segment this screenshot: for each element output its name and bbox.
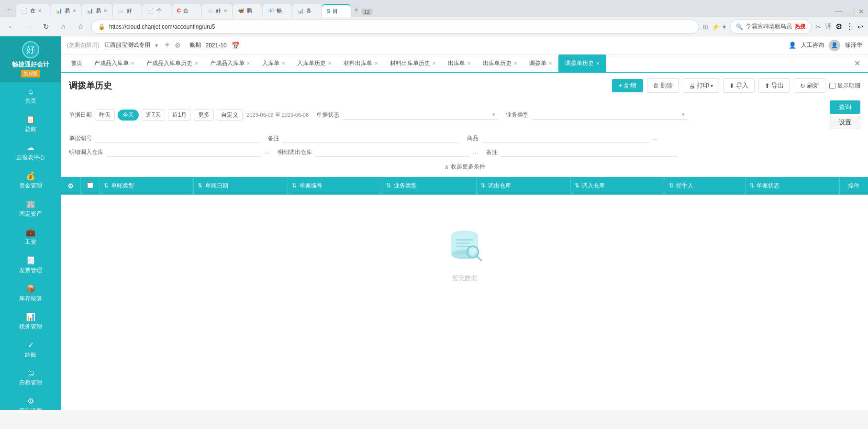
browser-tab-9[interactable]: 📧畅 (263, 4, 291, 17)
week7-btn[interactable]: 近7天 (142, 110, 165, 121)
search-bar[interactable]: 🔍 学霸应聘场驱鸟员 热搜 (730, 20, 812, 34)
close-btn[interactable]: ✕ (858, 8, 864, 15)
add-company-btn[interactable]: + (165, 40, 170, 50)
sidebar-item-close-account[interactable]: ✓ 结账 (0, 336, 61, 364)
remark-input[interactable] (282, 134, 459, 143)
month1-btn[interactable]: 近1月 (168, 110, 191, 121)
sidebar-item-fund[interactable]: 💰 资金管理 (0, 166, 61, 195)
th-no[interactable]: ⇅ 单账编号 (288, 177, 382, 195)
home-btn[interactable]: ⌂ (56, 20, 70, 33)
tab-finished-inbound[interactable]: 产成品入库单 ✕ (89, 55, 140, 72)
back-btn[interactable]: ← (5, 20, 18, 33)
minimize-btn[interactable]: — (835, 7, 843, 15)
th-type[interactable]: ⇅ 单账类型 (100, 177, 194, 195)
tab-material-outbound-hist[interactable]: 材料出库单历史 ✕ (384, 55, 442, 72)
tab-finished-inbound-hist[interactable]: 产成品入库单历史 ✕ (141, 55, 204, 72)
tab-home[interactable]: 首页 (65, 55, 88, 72)
filter-settings-btn[interactable]: 设置 (830, 116, 860, 129)
settings-ext-icon[interactable]: ⚙ (835, 22, 842, 31)
browser-tab-4[interactable]: ☁️好 (113, 4, 142, 17)
forward-btn[interactable]: → (22, 20, 35, 33)
dropdown-btn[interactable]: ▾ (723, 23, 726, 31)
new-btn[interactable]: + 新增 (612, 79, 643, 92)
browser-tab-2[interactable]: 📊易✕ (51, 4, 81, 17)
detail-in-input[interactable] (106, 148, 261, 157)
new-tab-btn[interactable]: + (354, 5, 359, 15)
browser-tab-10[interactable]: 📊各 (292, 4, 321, 17)
th-biz-type[interactable]: ⇅ 业务类型 (382, 177, 477, 195)
voucher-no-input[interactable] (95, 134, 260, 143)
print-btn[interactable]: 🖨 打印 ▾ (683, 78, 719, 93)
tab-finished-inbound-2[interactable]: 产成品入库单 ✕ (204, 55, 256, 72)
browser-tab-8[interactable]: 🦋腾 (233, 4, 262, 17)
sidebar-item-asset[interactable]: 🏢 固定资产 (0, 195, 61, 223)
sidebar-item-tax[interactable]: 📊 税务管理 (0, 308, 61, 336)
import-btn[interactable]: ⬇ 导入 (723, 78, 755, 93)
th-in-wh[interactable]: ⇅ 调入仓库 (571, 177, 665, 195)
tab-material-outbound[interactable]: 材料出库单 ✕ (338, 55, 384, 72)
tab-inbound-hist[interactable]: 入库单历史 ✕ (291, 55, 337, 72)
show-dense-checkbox[interactable] (829, 83, 835, 89)
reload-btn[interactable]: ↻ (39, 20, 53, 33)
browser-tab-6[interactable]: C企 (172, 4, 201, 17)
sidebar-item-invoice[interactable]: 🧾 发票管理 (0, 251, 61, 279)
tab-outbound[interactable]: 出库单 ✕ (442, 55, 477, 72)
sidebar-item-ledger[interactable]: 📋 总账 (0, 110, 61, 138)
company-settings-icon[interactable]: ⚙ (175, 42, 181, 49)
browser-tab-11[interactable]: S目 (322, 4, 351, 17)
tab-transfer-hist[interactable]: 调拨单历史 ✕ (558, 55, 606, 72)
show-dense-toggle[interactable]: 显示明细 (829, 82, 860, 90)
th-checkbox[interactable] (80, 177, 100, 195)
more-options-icon[interactable]: ⋮ (846, 22, 854, 31)
today-btn[interactable]: 今天 (118, 110, 139, 121)
custom-date-btn[interactable]: 自定义 (217, 110, 243, 121)
goods-dots-btn[interactable]: ··· (653, 135, 658, 143)
close-page-btn[interactable]: ✕ (850, 59, 864, 68)
more-date-btn[interactable]: 更多 (194, 110, 214, 121)
translate-icon[interactable]: 译 (825, 22, 832, 31)
tab-close-4[interactable]: ✕ (281, 61, 285, 66)
refresh-btn[interactable]: ↻ 刷新 (794, 78, 825, 93)
th-handler[interactable]: ⇅ 经手人 (665, 177, 746, 195)
tab-outbound-hist[interactable]: 出库单历史 ✕ (477, 55, 523, 72)
tab-close-1[interactable]: ✕ (131, 61, 134, 66)
collapse-conditions-btn[interactable]: ∧ 收起更多条件 (69, 161, 860, 173)
tab-close-7[interactable]: ✕ (432, 61, 436, 66)
select-all-checkbox[interactable] (87, 182, 93, 188)
export-btn[interactable]: ⬆ 导出 (758, 78, 790, 93)
tab-close-3[interactable]: ✕ (246, 61, 250, 66)
detail-in-dots-btn[interactable]: ··· (264, 149, 270, 156)
sidebar-item-home[interactable]: ⌂ 首页 (0, 82, 61, 110)
company-dropdown-icon[interactable]: ▾ (155, 42, 158, 49)
th-gear[interactable]: ⚙ (61, 177, 80, 195)
tab-close-8[interactable]: ✕ (467, 61, 471, 66)
browser-tab-7[interactable]: ☁️好✕ (202, 4, 232, 17)
status-dropdown[interactable]: ▾ (342, 110, 498, 120)
sidebar-item-archive[interactable]: 🗂 归档管理 (0, 364, 61, 392)
yesterday-btn[interactable]: 昨天 (95, 110, 115, 121)
biz-type-dropdown[interactable]: ▾ (532, 110, 688, 120)
remark2-input[interactable] (501, 148, 678, 157)
th-out-wh[interactable]: ⇅ 调出仓库 (477, 177, 571, 195)
sidebar-item-basic-settings[interactable]: ⚙ 基础设置 (0, 392, 61, 410)
address-bar[interactable]: 🔒 https://cloud.chanjet.com/accounting/u… (91, 20, 699, 34)
tab-close-11[interactable]: ✕ (596, 61, 600, 66)
sidebar-item-salary[interactable]: 💼 工资 (0, 223, 61, 251)
tab-inbound[interactable]: 入库单 ✕ (256, 55, 291, 72)
bookmark-btn[interactable]: ☆ (74, 20, 87, 33)
sidebar-item-inventory[interactable]: 📦 库存核算 (0, 279, 61, 308)
th-status[interactable]: ⇅ 单账状态 (745, 177, 839, 195)
calendar-icon[interactable]: 📅 (232, 42, 240, 49)
detail-out-dots-btn[interactable]: ··· (473, 149, 479, 156)
tab-close-9[interactable]: ✕ (513, 61, 517, 66)
th-date[interactable]: ⇅ 单账日期 (194, 177, 288, 195)
user-name[interactable]: 徐泽华 (845, 41, 862, 49)
sidebar-logo[interactable]: 好 畅捷通好会计 旗舰版 (0, 36, 61, 82)
undo-icon[interactable]: ↩ (857, 23, 863, 31)
tab-transfer[interactable]: 调拨单 ✕ (523, 55, 558, 72)
detail-out-input[interactable] (315, 148, 470, 157)
support-label[interactable]: 人工咨询 (801, 41, 824, 49)
goods-input[interactable] (481, 134, 650, 143)
delete-btn[interactable]: 🗑 删除 (647, 78, 679, 93)
tab-close-2[interactable]: ✕ (194, 61, 198, 66)
